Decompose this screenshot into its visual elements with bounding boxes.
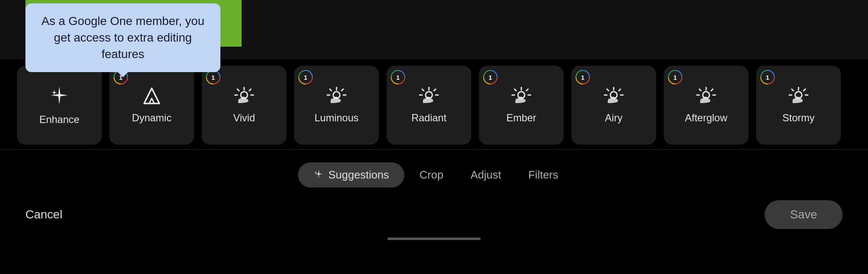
tab-filters[interactable]: Filters	[516, 162, 570, 187]
filter-card-airy[interactable]: 1 Airy	[571, 66, 656, 145]
filter-card-afterglow[interactable]: 1 Afterglow	[664, 66, 748, 145]
tab-adjust[interactable]: Adjust	[459, 162, 513, 187]
radiant-label: Radiant	[412, 112, 447, 124]
svg-line-32	[711, 89, 713, 91]
filter-card-radiant[interactable]: 1 Radiant	[387, 66, 471, 145]
stormy-icon	[787, 87, 810, 107]
luminous-label: Luminous	[314, 112, 359, 124]
google-one-badge: 1	[483, 70, 498, 84]
airy-icon	[602, 87, 626, 107]
action-bar: Cancel Save	[0, 192, 868, 233]
svg-line-22	[515, 89, 516, 91]
airy-label: Airy	[605, 112, 622, 124]
filters-row: Enhance1 Dynamic1 Vivid1	[0, 63, 868, 148]
luminous-icon	[325, 87, 348, 107]
tab-suggestions-label: Suggestions	[328, 168, 389, 182]
svg-line-26	[619, 89, 620, 91]
tab-crop[interactable]: Crop	[408, 162, 455, 187]
filter-card-enhance[interactable]: Enhance	[17, 66, 102, 145]
svg-marker-0	[144, 88, 159, 103]
afterglow-label: Afterglow	[685, 112, 727, 124]
stormy-label: Stormy	[782, 112, 815, 124]
svg-line-10	[330, 89, 331, 91]
google-one-badge: 1	[760, 70, 775, 84]
svg-line-16	[422, 89, 424, 91]
ember-label: Ember	[506, 112, 537, 124]
svg-line-34	[699, 89, 701, 91]
enhance-icon	[48, 85, 70, 109]
svg-line-40	[792, 89, 793, 91]
vivid-label: Vivid	[233, 112, 255, 124]
cancel-button[interactable]: Cancel	[25, 208, 62, 221]
google-one-badge: 1	[668, 70, 682, 84]
filter-card-stormy[interactable]: 1 Stormy	[756, 66, 841, 145]
suggestions-sparkle-icon	[313, 169, 324, 182]
google-one-badge: 1	[298, 70, 313, 84]
tab-suggestions[interactable]: Suggestions	[298, 162, 404, 187]
ember-icon	[509, 87, 533, 107]
svg-line-2	[249, 89, 251, 91]
svg-line-8	[342, 89, 343, 91]
vivid-icon	[232, 87, 256, 107]
svg-line-38	[804, 89, 805, 91]
enhance-label: Enhance	[39, 114, 80, 126]
filter-card-luminous[interactable]: 1 Luminous	[294, 66, 379, 145]
svg-line-28	[607, 89, 609, 91]
scroll-indicator	[387, 238, 481, 240]
radiant-icon	[417, 87, 441, 107]
google-one-badge: 1	[391, 70, 405, 84]
afterglow-icon	[694, 87, 718, 107]
tabs-row: SuggestionsCropAdjustFilters	[0, 150, 868, 192]
tooltip-text: As a Google One member, you get access t…	[42, 14, 204, 61]
dynamic-label: Dynamic	[132, 112, 171, 124]
svg-line-20	[526, 89, 528, 91]
svg-line-14	[434, 89, 436, 91]
google-one-badge: 1	[576, 70, 590, 84]
svg-line-4	[237, 89, 239, 91]
google-one-badge: 1	[206, 70, 220, 84]
image-area: As a Google One member, you get access t…	[0, 0, 868, 59]
save-button[interactable]: Save	[765, 200, 843, 229]
google-one-tooltip: As a Google One member, you get access t…	[25, 3, 220, 72]
filter-card-ember[interactable]: 1 Ember	[479, 66, 564, 145]
filter-card-vivid[interactable]: 1 Vivid	[202, 66, 287, 145]
dynamic-icon	[141, 87, 163, 107]
